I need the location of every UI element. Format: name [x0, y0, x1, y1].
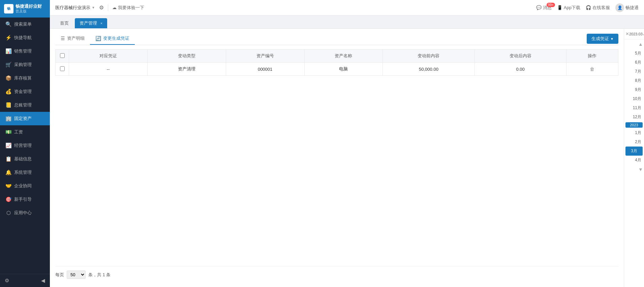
date-month-6[interactable]: 6月 [624, 58, 644, 67]
sidebar-label-inventory: 库存核算 [14, 75, 32, 81]
sidebar-label-guide: 新手引导 [14, 196, 32, 202]
logo-text-group: 畅捷通好业财 普及版 [16, 4, 42, 14]
messages-badge: 99+ [547, 3, 555, 7]
date-panel-expand-icon[interactable]: ⤢ [643, 31, 644, 36]
sidebar-item-purchase[interactable]: 🛒 采购管理 [0, 58, 50, 71]
pagination: 每页 10 20 50 100 条，共 1 条 [55, 266, 618, 283]
sidebar-label-purchase: 采购管理 [14, 62, 32, 68]
salary-icon: 💵 [5, 129, 11, 135]
chevron-down-icon: ▼ [92, 6, 95, 9]
sidebar-label-enterprise: 企业协同 [14, 183, 32, 189]
app-download-button[interactable]: 📱 App下载 [557, 5, 580, 11]
topbar-settings-icon[interactable]: ⚙ [99, 4, 104, 11]
per-page-select[interactable]: 10 20 50 100 [67, 270, 86, 279]
tab-home[interactable]: 首页 [55, 18, 73, 28]
sidebar-item-sales[interactable]: 📊 销售管理 [0, 44, 50, 58]
date-month-11[interactable]: 11月 [624, 103, 644, 113]
sidebar-item-inventory[interactable]: 📦 库存核算 [0, 71, 50, 85]
change-voucher-icon: 🔄 [95, 36, 101, 41]
date-month-12[interactable]: 12月 [624, 113, 644, 122]
sidebar-item-enterprise[interactable]: 🤝 企业协同 [0, 179, 50, 193]
user-menu[interactable]: 👤 畅捷通 [615, 3, 639, 12]
tabs-bar: 首页 资产管理 × [50, 15, 644, 29]
logo-title: 畅捷通好业财 [16, 4, 42, 9]
sidebar-label-ledger: 总账管理 [14, 102, 32, 108]
topbar-divider [108, 4, 108, 11]
basic-info-icon: 📋 [5, 156, 11, 162]
sidebar-item-operations[interactable]: 📈 经营管理 [0, 139, 50, 152]
date-nav-down-button[interactable]: ▼ [637, 166, 644, 173]
sidebar-item-basic-info[interactable]: 📋 基础信息 [0, 152, 50, 166]
sidebar-item-funds[interactable]: 💰 资金管理 [0, 85, 50, 98]
sub-tab-asset-detail-label: 资产明细 [67, 35, 85, 41]
date-month-2023-4[interactable]: 4月 [624, 156, 644, 165]
sidebar-label-funds: 资金管理 [14, 89, 32, 95]
sidebar-item-salary[interactable]: 💵 工资 [0, 125, 50, 139]
sidebar-item-search[interactable]: 🔍 搜索菜单 [0, 18, 50, 31]
sub-tab-change-voucher[interactable]: 🔄 变更生成凭证 [90, 33, 135, 45]
date-month-9[interactable]: 9月 [624, 85, 644, 94]
logo-icon: 畅 [4, 4, 13, 13]
select-all-checkbox[interactable] [60, 53, 65, 58]
company-selector[interactable]: 医疗器械行业演示 ▼ [55, 5, 95, 11]
feedback-button[interactable]: ☁ 我要体验一下 [112, 5, 144, 11]
date-panel-header: ✕ 2023.03 ⤢ [624, 29, 644, 39]
operations-icon: 📈 [5, 142, 11, 149]
year-marker-2023[interactable]: 2023 [625, 122, 643, 128]
date-month-2023-3[interactable]: 3月 [625, 147, 643, 156]
date-month-2023-1[interactable]: 1月 [624, 128, 644, 137]
date-panel-close-icon[interactable]: ✕ [625, 31, 629, 36]
generate-voucher-button[interactable]: 生成凭证 ▼ [587, 34, 618, 44]
app-download-icon: 📱 [557, 5, 562, 10]
tab-asset-management[interactable]: 资产管理 × [75, 18, 107, 28]
date-nav-up: ▲ [624, 39, 644, 49]
date-month-2023-2[interactable]: 2月 [624, 137, 644, 147]
sub-tab-asset-detail[interactable]: ☰ 资产明细 [55, 33, 90, 45]
row-before-change: 50,000.00 [383, 63, 474, 76]
customer-service-label: 在线客服 [592, 5, 610, 11]
sidebar-item-ledger[interactable]: 📒 总账管理 [0, 98, 50, 112]
sidebar-item-quick-nav[interactable]: ⚡ 快捷导航 [0, 31, 50, 44]
row-checkbox[interactable] [60, 66, 65, 71]
table-wrapper: 对应凭证 变动类型 资产编号 资产名称 变动前内容 变动后内容 操作 [55, 49, 618, 266]
date-month-7[interactable]: 7月 [624, 67, 644, 76]
collapse-icon[interactable]: ◀ [41, 278, 45, 284]
row-asset-name: 电脑 [304, 63, 383, 76]
th-checkbox [56, 50, 69, 63]
date-month-5[interactable]: 5月 [624, 49, 644, 58]
sidebar: 畅 畅捷通好业财 普及版 🔍 搜索菜单 ⚡ 快捷导航 📊 销售管理 🛒 采购管理… [0, 0, 50, 287]
customer-service-icon: 🎧 [586, 5, 591, 10]
messages-icon: 💬 [536, 5, 542, 10]
sidebar-item-guide[interactable]: 🎯 新手引导 [0, 193, 50, 206]
table-header-row: 对应凭证 变动类型 资产编号 资产名称 变动前内容 变动后内容 操作 [56, 50, 618, 63]
date-nav-up-button[interactable]: ▲ [637, 41, 644, 47]
feedback-icon: ☁ [112, 5, 117, 10]
customer-service-button[interactable]: 🎧 在线客服 [586, 5, 610, 11]
sidebar-item-app-center[interactable]: ⬡ 应用中心 [0, 206, 50, 220]
tab-close-icon[interactable]: × [100, 21, 102, 25]
settings-icon[interactable]: ⚙ [5, 278, 9, 284]
avatar: 👤 [615, 3, 624, 12]
th-asset-name: 资产名称 [304, 50, 383, 63]
data-table: 对应凭证 变动类型 资产编号 资产名称 变动前内容 变动后内容 操作 [55, 49, 618, 76]
row-checkbox-cell [56, 63, 69, 76]
sidebar-label-app-center: 应用中心 [14, 210, 32, 216]
sidebar-label-salary: 工资 [14, 129, 23, 135]
user-label: 畅捷通 [625, 5, 639, 11]
sidebar-label-basic-info: 基础信息 [14, 156, 32, 162]
topbar-right: 💬 消息 99+ 📱 App下载 🎧 在线客服 👤 畅捷通 [536, 3, 639, 12]
per-page-label: 每页 [55, 272, 64, 278]
messages-button[interactable]: 💬 消息 99+ [536, 5, 552, 11]
row-asset-code: 000001 [226, 63, 304, 76]
delete-icon[interactable]: 🗑 [590, 66, 594, 72]
company-name: 医疗器械行业演示 [55, 5, 90, 11]
date-month-8[interactable]: 8月 [624, 76, 644, 85]
main-panel: ☰ 资产明细 🔄 变更生成凭证 生成凭证 ▼ [50, 29, 624, 287]
th-operation: 操作 [566, 50, 618, 63]
sidebar-item-system[interactable]: 🔔 系统管理 [0, 166, 50, 179]
sidebar-item-fixed-assets[interactable]: 🏢 固定资产 [0, 112, 50, 125]
row-operation: 🗑 [566, 63, 618, 76]
date-month-10[interactable]: 10月 [624, 94, 644, 103]
tab-home-label: 首页 [60, 21, 69, 26]
feedback-label: 我要体验一下 [118, 5, 144, 11]
